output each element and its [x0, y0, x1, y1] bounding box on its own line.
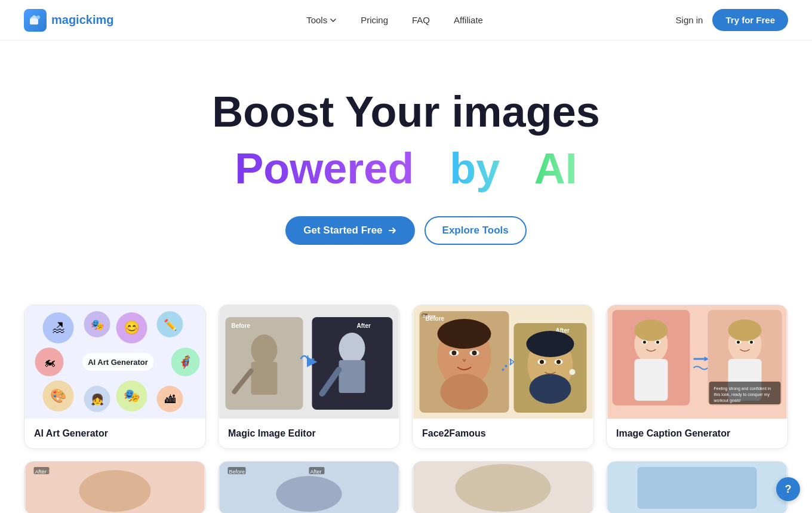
svg-point-58 — [570, 369, 576, 375]
svg-point-77 — [737, 341, 740, 344]
svg-text:AI Art Generator: AI Art Generator — [88, 358, 148, 367]
svg-point-43 — [441, 374, 488, 410]
svg-point-46 — [452, 351, 457, 355]
hero-subtitle: Powered by AI — [24, 145, 788, 192]
explore-tools-button[interactable]: Explore Tools — [425, 216, 527, 245]
svg-point-69 — [656, 341, 659, 344]
nav-links: Tools Pricing FAQ Affiliate — [306, 15, 483, 25]
svg-point-60 — [502, 368, 505, 371]
partial-img-2: Before After — [219, 462, 399, 513]
svg-point-78 — [750, 341, 753, 344]
svg-point-48 — [472, 351, 477, 355]
try-free-button[interactable]: Try for Free — [712, 9, 788, 31]
signin-button[interactable]: Sign in — [676, 15, 703, 25]
navbar: magickimg Tools Pricing FAQ Affiliate Si… — [0, 0, 812, 41]
get-started-button[interactable]: Get Started Free — [285, 216, 414, 245]
svg-text:👧: 👧 — [91, 393, 104, 406]
tool-card-label-face2famous: Face2Famous — [413, 419, 593, 449]
svg-text:Feeling strong and confident i: Feeling strong and confident in — [714, 386, 771, 391]
tools-grid-bottom: After After Before After — [24, 461, 788, 513]
nav-affiliate[interactable]: Affiliate — [454, 15, 483, 25]
svg-text:🦸: 🦸 — [178, 355, 193, 369]
chevron-down-icon — [330, 17, 337, 24]
svg-point-34 — [339, 333, 365, 364]
partial-img-3 — [413, 462, 593, 513]
svg-point-57 — [556, 360, 561, 364]
tool-card-partial-1[interactable]: After After — [24, 461, 206, 513]
hero-title: Boost Your images — [24, 88, 788, 136]
svg-text:🎨: 🎨 — [50, 388, 67, 404]
svg-point-65 — [635, 320, 668, 341]
svg-text:Before: Before — [229, 469, 245, 475]
svg-point-2 — [36, 16, 40, 19]
svg-text:Before: Before — [232, 322, 251, 329]
svg-text:🎭: 🎭 — [91, 318, 104, 331]
partial-img-4 — [607, 462, 788, 513]
svg-point-93 — [276, 476, 342, 512]
svg-point-59 — [505, 365, 508, 367]
svg-point-68 — [643, 341, 646, 344]
svg-text:workout goals!: workout goals! — [713, 398, 741, 403]
svg-text:🎭: 🎭 — [124, 388, 140, 404]
svg-point-53 — [527, 331, 574, 357]
tool-card-label-ai-art: AI Art Generator — [24, 419, 205, 449]
tool-card-magic-editor[interactable]: Before After — [218, 305, 400, 449]
powered-text: Powered — [235, 145, 414, 192]
tool-card-image-caption: Feeling strong and confident in this loo… — [607, 305, 788, 419]
nav-pricing[interactable]: Pricing — [361, 15, 388, 25]
svg-rect-64 — [635, 359, 668, 401]
help-button[interactable]: ? — [776, 477, 800, 501]
svg-point-44 — [438, 319, 491, 349]
svg-text:After: After — [310, 469, 322, 475]
svg-point-29 — [251, 334, 278, 365]
svg-text:Before: Before — [423, 314, 436, 318]
ai-text: AI — [534, 145, 577, 192]
svg-point-95 — [456, 464, 551, 512]
svg-rect-30 — [251, 362, 278, 395]
tool-card-label-magic-editor: Magic Image Editor — [219, 419, 399, 449]
tool-card-image-ai-art: 🏖 🎭 😊 ✏️ 🏍 AI Art Generator 🦸 🎨 — [24, 305, 205, 419]
hero-buttons: Get Started Free Explore Tools — [24, 216, 788, 245]
svg-text:🏙: 🏙 — [165, 394, 176, 406]
svg-point-52 — [530, 374, 571, 404]
by-text: by — [450, 145, 500, 192]
svg-point-55 — [540, 360, 544, 364]
tools-section: 🏖 🎭 😊 ✏️ 🏍 AI Art Generator 🦸 🎨 — [0, 281, 812, 513]
tool-card-partial-2[interactable]: Before After — [218, 461, 400, 513]
logo[interactable]: magickimg — [24, 9, 114, 32]
tool-card-ai-art[interactable]: 🏖 🎭 😊 ✏️ 🏍 AI Art Generator 🦸 🎨 — [24, 305, 206, 449]
tool-card-partial-3[interactable] — [412, 461, 594, 513]
logo-icon — [24, 9, 47, 32]
svg-point-87 — [79, 470, 151, 512]
svg-text:😊: 😊 — [124, 320, 140, 336]
nav-faq[interactable]: FAQ — [412, 15, 430, 25]
tool-card-partial-4[interactable] — [606, 461, 788, 513]
svg-text:After: After — [35, 469, 47, 475]
tool-card-face2famous[interactable]: Before Before — [412, 305, 594, 449]
svg-text:✏️: ✏️ — [164, 318, 177, 331]
svg-point-74 — [728, 320, 762, 341]
nav-tools[interactable]: Tools — [306, 15, 337, 25]
nav-actions: Sign in Try for Free — [676, 9, 788, 31]
svg-rect-35 — [339, 360, 365, 393]
svg-text:🏖: 🏖 — [52, 320, 65, 335]
partial-img-1: After After — [24, 462, 205, 513]
hero-section: Boost Your images Powered by AI Get Star… — [0, 41, 812, 281]
tool-card-image-face2famous: Before Before — [413, 305, 593, 419]
tool-card-caption[interactable]: Feeling strong and confident in this loo… — [606, 305, 788, 449]
tool-card-image-magic-editor: Before After — [219, 305, 399, 419]
tools-grid: 🏖 🎭 😊 ✏️ 🏍 AI Art Generator 🦸 🎨 — [24, 305, 788, 449]
svg-text:this look, ready to conquer my: this look, ready to conquer my — [714, 392, 770, 397]
tool-card-label-caption: Image Caption Generator — [607, 419, 788, 449]
svg-text:After: After — [357, 322, 371, 329]
svg-text:🏍: 🏍 — [44, 355, 56, 368]
arrow-right-icon — [387, 226, 397, 235]
svg-rect-0 — [30, 19, 38, 24]
svg-rect-97 — [638, 467, 757, 509]
logo-text: magickimg — [51, 13, 114, 27]
